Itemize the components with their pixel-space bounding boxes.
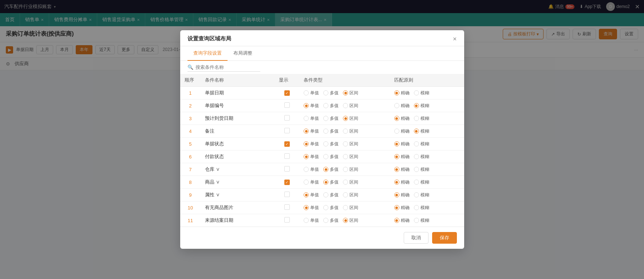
modal-search-area: 🔍 [180, 61, 464, 70]
modal-title: 设置查询区域布局 [187, 35, 231, 42]
modal-dialog: 设置查询区域布局 × 查询字段设置 布局调整 🔍 [180, 30, 464, 70]
search-box: 🔍 [187, 64, 260, 70]
tab-query-fields-label: 查询字段设置 [193, 50, 222, 56]
tab-query-fields[interactable]: 查询字段设置 [187, 46, 228, 61]
modal-header: 设置查询区域布局 × [180, 30, 464, 46]
tab-layout-adjust[interactable]: 布局调整 [228, 46, 258, 61]
modal-overlay: 设置查询区域布局 × 查询字段设置 布局调整 🔍 [0, 0, 644, 70]
modal-tabs: 查询字段设置 布局调整 [180, 46, 464, 61]
tab-layout-adjust-label: 布局调整 [233, 50, 252, 56]
search-input[interactable] [195, 64, 260, 70]
modal-close-btn[interactable]: × [453, 36, 457, 42]
search-icon: 🔍 [187, 64, 193, 70]
